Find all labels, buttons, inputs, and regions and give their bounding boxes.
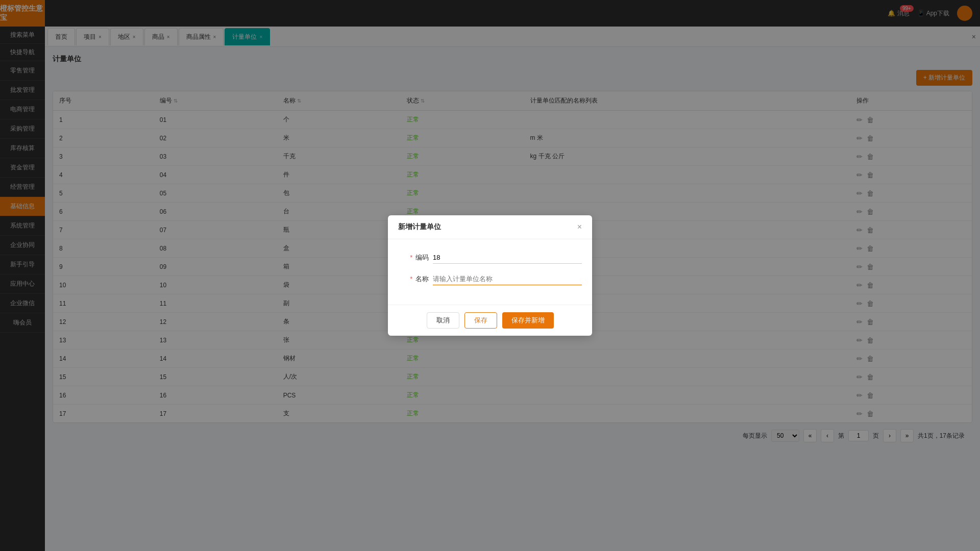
save-button[interactable]: 保存	[464, 312, 497, 329]
code-input[interactable]	[433, 252, 582, 264]
modal-close-button[interactable]: ×	[577, 222, 582, 232]
modal-title: 新增计量单位	[398, 222, 441, 232]
modal-body: * 编码 * 名称	[388, 239, 592, 305]
modal-footer: 取消 保存 保存并新增	[388, 305, 592, 336]
cancel-button[interactable]: 取消	[427, 312, 459, 329]
code-label: * 编码	[398, 253, 429, 262]
save-and-new-button[interactable]: 保存并新增	[502, 312, 554, 329]
form-item-code: * 编码	[398, 252, 582, 264]
modal-header: 新增计量单位 ×	[388, 215, 592, 239]
modal-overlay: 新增计量单位 × * 编码 * 名称 取消 保存 保存并新增	[0, 0, 980, 551]
name-label: * 名称	[398, 274, 429, 284]
name-input[interactable]	[433, 273, 582, 285]
add-unit-modal: 新增计量单位 × * 编码 * 名称 取消 保存 保存并新增	[388, 215, 592, 336]
required-star: *	[410, 254, 412, 261]
required-star-2: *	[410, 275, 412, 283]
form-item-name: * 名称	[398, 273, 582, 285]
